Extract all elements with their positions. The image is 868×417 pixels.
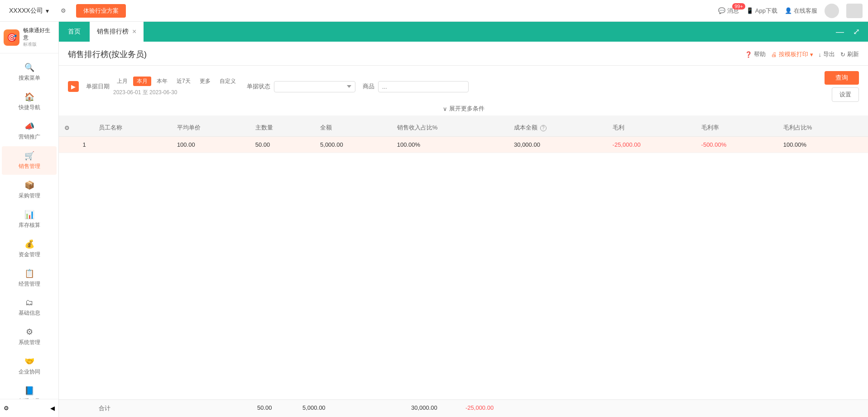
sidebar-logo: 🎯 畅康通好生意 标准版 xyxy=(0,22,58,53)
sidebar-item-purchase[interactable]: 📦 采购管理 xyxy=(2,176,57,204)
online-service-button[interactable]: 👤 在线客服 xyxy=(785,7,817,15)
page-content: 销售排行榜(按业务员) ❓ 帮助 🖨 按模板打印 ▾ ↓ 导出 xyxy=(59,42,868,417)
row-name xyxy=(93,137,172,153)
goods-filter: 商品 xyxy=(363,81,469,92)
expand-icon: ∨ xyxy=(443,105,447,112)
sidebar-item-label: 企业协同 xyxy=(19,368,40,376)
date-tab-7days[interactable]: 近7天 xyxy=(173,77,194,86)
sidebar-item-sales[interactable]: 🛒 销售管理 xyxy=(2,146,57,175)
date-tab-custom[interactable]: 自定义 xyxy=(216,77,240,86)
content-area: 首页 销售排行榜 × — ⤢ 销售排行榜(按业务员) ❓ 帮助 xyxy=(59,22,868,417)
sidebar-item-label: 经营管理 xyxy=(19,280,40,288)
row-profit-rate: -500.00% xyxy=(696,137,778,153)
row-cost: 30,000.00 xyxy=(508,137,607,153)
row-sales-pct: 100.00% xyxy=(392,137,508,153)
footer-cost: 30,000.00 xyxy=(411,404,465,412)
logo-sub: 标准版 xyxy=(23,41,55,48)
tab-bar: 首页 销售排行榜 × — ⤢ xyxy=(59,22,868,42)
expand-more-button[interactable]: ∨ 展开更多条件 xyxy=(443,105,484,113)
tab-sales-ranking[interactable]: 销售排行榜 × xyxy=(90,22,144,42)
sidebar-item-basic[interactable]: 🗂 基础信息 xyxy=(2,293,57,321)
row-profit: -25,000.00 xyxy=(607,137,696,153)
main-layout: 🎯 畅康通好生意 标准版 🔍 搜索菜单 🏠 快捷导航 📣 营销推广 🛒 销售管理 xyxy=(0,22,868,417)
sidebar-item-marketing[interactable]: 📣 营销推广 xyxy=(2,117,57,145)
status-select[interactable] xyxy=(274,81,355,92)
app-download-button[interactable]: 📱 App下载 xyxy=(746,7,777,15)
table-header-row: ⚙ 员工名称 平均单价 主数量 全额 销售收入占比% 成本全额 ? 毛利 xyxy=(59,119,868,137)
sidebar-item-label: 系统管理 xyxy=(19,339,40,346)
company-selector[interactable]: XXXXX公司 ▾ xyxy=(5,5,53,17)
date-tab-this-year[interactable]: 本年 xyxy=(153,77,171,86)
col-profit: 毛利 xyxy=(607,119,696,137)
trial-button[interactable]: 体验行业方案 xyxy=(76,4,126,18)
cost-info-icon[interactable]: ? xyxy=(540,125,547,131)
sidebar-item-finance[interactable]: 💰 资金管理 xyxy=(2,235,57,263)
goods-input[interactable] xyxy=(378,81,469,92)
message-button[interactable]: 💬 消息 99+ xyxy=(718,7,739,15)
app-label: App下载 xyxy=(755,7,777,15)
print-button[interactable]: 🖨 按模板打印 ▾ xyxy=(771,50,813,58)
sidebar-item-label: 资金管理 xyxy=(19,251,40,259)
row-profit-pct: 100.00% xyxy=(778,137,868,153)
tab-minimize-button[interactable]: — xyxy=(834,25,846,38)
set-button[interactable]: 设置 xyxy=(832,87,859,102)
top-bar: XXXXX公司 ▾ ⚙ 体验行业方案 💬 消息 99+ 📱 App下载 👤 在线… xyxy=(0,0,868,22)
tab-close-icon[interactable]: × xyxy=(132,28,136,35)
sidebar-item-collab[interactable]: 🤝 企业协同 xyxy=(2,352,57,380)
footer-sales-pct xyxy=(357,404,411,412)
col-profit-rate: 毛利率 xyxy=(696,119,778,137)
active-tab-label: 销售排行榜 xyxy=(97,28,129,36)
sidebar-bottom: ⚙ ◀ xyxy=(0,399,58,417)
settings-icon[interactable]: ⚙ xyxy=(56,4,71,18)
tab-home[interactable]: 首页 xyxy=(59,22,90,42)
expand-row: ∨ 展开更多条件 xyxy=(68,102,859,115)
company-name: XXXXX公司 xyxy=(9,7,43,15)
purchase-icon: 📦 xyxy=(24,180,34,190)
action-buttons: 查询 设置 xyxy=(825,71,859,102)
row-avg-price: 100.00 xyxy=(172,137,250,153)
sidebar-item-quick-nav[interactable]: 🏠 快捷导航 xyxy=(2,87,57,116)
filter-row: ▶ 单据日期 上月 本月 本年 近7天 更多 自定义 xyxy=(68,71,859,102)
col-name: 员工名称 xyxy=(93,119,172,137)
date-tab-last-month[interactable]: 上月 xyxy=(113,77,131,86)
operations-icon: 📋 xyxy=(24,268,34,278)
sidebar-item-system[interactable]: ⚙ 系统管理 xyxy=(2,322,57,351)
date-tab-this-month[interactable]: 本月 xyxy=(133,77,151,86)
col-settings[interactable]: ⚙ xyxy=(59,119,75,137)
sidebar-item-guide[interactable]: 📘 新手引导 xyxy=(2,381,57,399)
sidebar-collapse-icon[interactable]: ◀ xyxy=(50,405,55,412)
basic-icon: 🗂 xyxy=(25,298,34,307)
user-menu[interactable] xyxy=(846,4,863,18)
sidebar-item-label: 营销推广 xyxy=(19,133,40,141)
filter-expand-arrow[interactable]: ▶ xyxy=(68,81,79,92)
query-button[interactable]: 查询 xyxy=(825,71,859,85)
table-footer: 合计 50.00 5,000.00 30,000.00 -25,000.00 xyxy=(59,399,868,417)
tab-expand-button[interactable]: ⤢ xyxy=(850,25,863,38)
sidebar-item-label: 销售管理 xyxy=(19,163,40,170)
sidebar-item-inventory[interactable]: 📊 库存核算 xyxy=(2,205,57,234)
sidebar-settings-icon[interactable]: ⚙ xyxy=(4,405,9,412)
date-range-text: 2023-06-01 至 2023-06-30 xyxy=(113,89,240,96)
row-settings xyxy=(59,137,75,153)
sidebar: 🎯 畅康通好生意 标准版 🔍 搜索菜单 🏠 快捷导航 📣 营销推广 🛒 销售管理 xyxy=(0,22,59,417)
avatar[interactable] xyxy=(825,4,839,18)
sidebar-item-search[interactable]: 🔍 搜索菜单 xyxy=(2,58,57,86)
sidebar-item-label: 采购管理 xyxy=(19,192,40,200)
col-amount: 全额 xyxy=(315,119,392,137)
date-tab-more[interactable]: 更多 xyxy=(196,77,214,86)
export-label: 导出 xyxy=(823,50,835,58)
help-button[interactable]: ❓ 帮助 xyxy=(745,50,766,58)
home-icon: 🏠 xyxy=(24,92,34,102)
row-amount: 5,000.00 xyxy=(315,137,392,153)
expand-label: 展开更多条件 xyxy=(449,105,484,113)
data-table: ⚙ 员工名称 平均单价 主数量 全额 销售收入占比% 成本全额 ? 毛利 xyxy=(59,119,868,153)
inventory-icon: 📊 xyxy=(24,210,34,220)
sidebar-item-label: 基础信息 xyxy=(19,309,40,317)
refresh-button[interactable]: ↻ 刷新 xyxy=(840,50,859,58)
print-label: 按模板打印 xyxy=(779,50,808,58)
sidebar-item-operations[interactable]: 📋 经营管理 xyxy=(2,264,57,292)
export-button[interactable]: ↓ 导出 xyxy=(819,50,835,58)
col-cost: 成本全额 ? xyxy=(508,119,607,137)
footer-amount: 5,000.00 xyxy=(302,404,357,412)
col-rank xyxy=(75,119,93,137)
